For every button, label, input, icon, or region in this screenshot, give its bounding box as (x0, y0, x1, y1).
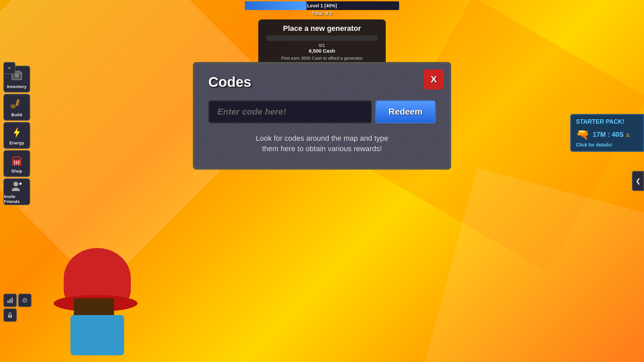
top-hud: Level 1 [40%] Time: 9:2 (238, 0, 406, 16)
svg-rect-16 (11, 298, 13, 303)
invite-friends-icon (10, 179, 23, 193)
svg-marker-5 (14, 127, 20, 137)
svg-rect-15 (9, 299, 11, 303)
right-arrow-icon: ❮ (636, 177, 641, 185)
stats-button[interactable] (3, 294, 17, 307)
svg-rect-3 (15, 99, 20, 106)
quest-progress-text: 0/1 (266, 43, 378, 48)
starter-pack-click-label: Click for details! (576, 142, 638, 147)
redeem-button[interactable]: Redeem (375, 100, 436, 123)
starter-pack-title: STARTER PACK! (576, 118, 638, 125)
timer-value: 17M : 40S (593, 131, 624, 138)
svg-point-10 (13, 182, 18, 186)
timer-label: Time: 9:2 (312, 11, 332, 16)
codes-title: Codes (208, 74, 436, 90)
svg-rect-2 (15, 74, 18, 77)
bottom-icon-row-2 (3, 308, 32, 322)
starter-pack-content: 🔫 17M : 40S ⚠ (576, 128, 638, 141)
quest-title: Place a new generator (266, 24, 378, 33)
quest-progress-bar (266, 36, 378, 41)
warning-icon: ⚠ (626, 132, 630, 138)
level-bar-fill (245, 1, 307, 10)
svg-point-4 (10, 104, 16, 109)
sidebar-item-energy[interactable]: Energy (3, 122, 30, 149)
quest-popup: Place a new generator 0/1 6,500 Cash Fir… (258, 19, 386, 65)
code-input[interactable] (208, 100, 372, 123)
lock-button[interactable] (3, 308, 17, 322)
svg-rect-14 (7, 300, 9, 303)
sidebar-item-invite-friends[interactable]: Invite Friends (3, 178, 30, 205)
energy-icon (10, 126, 23, 139)
sidebar-collapse-area: < (3, 62, 15, 74)
starter-pack-info: 17M : 40S ⚠ (593, 131, 630, 138)
starter-pack-panel[interactable]: STARTER PACK! 🔫 17M : 40S ⚠ Click for de… (570, 114, 644, 152)
codes-dialog: Codes X Redeem Look for codes around the… (193, 62, 451, 170)
svg-point-20 (10, 316, 11, 317)
bottom-left-icons (3, 294, 32, 322)
shop-icon (10, 154, 23, 167)
starter-pack-icon: 🔫 (576, 128, 589, 141)
starter-pack-timer: 17M : 40S ⚠ (593, 131, 630, 138)
invite-friends-label: Invite Friends (4, 194, 30, 204)
bottom-icon-row-1 (3, 294, 32, 307)
level-text: Level 1 [40%] (307, 3, 337, 8)
sidebar-item-build[interactable]: Build (3, 94, 30, 121)
quest-progress-wrap: 0/1 (266, 36, 378, 48)
quest-hint: First earn 3600 Cash to afford a generat… (266, 56, 378, 61)
code-input-row: Redeem (208, 100, 436, 123)
build-label: Build (11, 112, 22, 117)
sidebar-item-shop[interactable]: Shop (3, 150, 30, 177)
timer-text: Time: 9:2 (312, 11, 332, 16)
left-sidebar: Inventory Build Energy (3, 54, 30, 205)
quest-cash: 6,500 Cash (266, 48, 378, 54)
energy-label: Energy (9, 140, 24, 145)
sidebar-collapse-button[interactable]: < (3, 62, 15, 74)
settings-button[interactable] (18, 294, 32, 307)
character-body (70, 315, 124, 355)
codes-description: Look for codes around the map and typeth… (208, 133, 436, 154)
level-bar-container: Level 1 [40%] (245, 1, 399, 10)
build-icon (10, 98, 23, 111)
shop-label: Shop (11, 169, 22, 174)
close-button[interactable]: X (424, 69, 444, 89)
svg-point-17 (23, 299, 26, 302)
right-arrow-button[interactable]: ❮ (632, 171, 644, 191)
character (54, 248, 148, 362)
inventory-label: Inventory (7, 84, 27, 89)
